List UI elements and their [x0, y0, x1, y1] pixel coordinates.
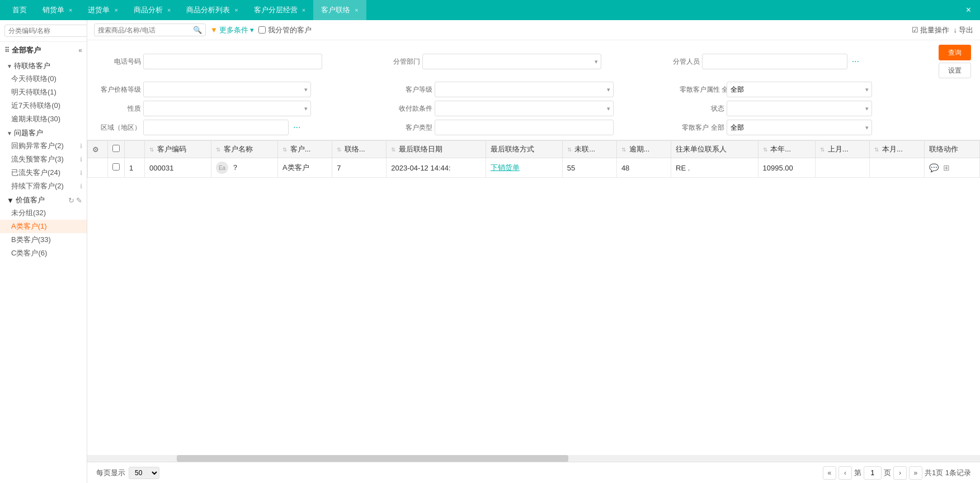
- nav-tab-customer-contact-close[interactable]: ×: [355, 7, 358, 13]
- sidebar-item-declining[interactable]: 持续下滑客户(2) ℹ: [0, 179, 87, 193]
- col-type[interactable]: ⇅ 客户...: [278, 141, 332, 158]
- col-checkbox[interactable]: [108, 141, 125, 158]
- filter-payment: 收付款条件: [388, 101, 679, 116]
- chat-icon[interactable]: 💬: [929, 163, 939, 172]
- manager-more-btn[interactable]: ···: [850, 56, 861, 67]
- col-settings[interactable]: ⚙: [88, 141, 108, 158]
- prev-page-button[interactable]: ‹: [838, 466, 852, 480]
- nav-tab-analysis-list[interactable]: 商品分析列表 ×: [178, 0, 246, 20]
- nav-tab-purchase-close[interactable]: ×: [114, 7, 117, 13]
- batch-op-button[interactable]: ☑ 批量操作: [912, 25, 949, 35]
- nav-tab-sales[interactable]: 销货单 ×: [35, 0, 80, 20]
- refresh-icon[interactable]: ↻: [68, 196, 74, 205]
- last-method-link[interactable]: 下销货单: [491, 163, 520, 172]
- sort-contact-icon: ⇅: [337, 146, 341, 153]
- region-input[interactable]: [143, 120, 289, 135]
- nav-tab-purchase-label: 进货单: [88, 5, 110, 15]
- settings-icon[interactable]: ⚙: [92, 145, 99, 154]
- sidebar-item-class-a[interactable]: A类客户(1): [0, 220, 87, 233]
- sidebar-item-class-b[interactable]: B类客户(33): [0, 233, 87, 247]
- nav-tab-customer-tier[interactable]: 客户分层经营 ×: [246, 0, 313, 20]
- sidebar-item-tomorrow[interactable]: 明天待联络(1): [0, 86, 87, 99]
- nav-home[interactable]: 首页: [4, 0, 35, 20]
- search-input[interactable]: [98, 26, 191, 34]
- col-overdue[interactable]: ⇅ 逾期...: [616, 141, 671, 158]
- sidebar-section-pending[interactable]: ▼ 待联络客户: [0, 59, 87, 72]
- page-size-select[interactable]: 50 100 200: [129, 467, 159, 479]
- nav-tab-purchase[interactable]: 进货单 ×: [80, 0, 125, 20]
- nav-tab-sales-close[interactable]: ×: [69, 7, 72, 13]
- first-page-button[interactable]: «: [823, 466, 836, 480]
- sidebar-item-today[interactable]: 今天待联络(0): [0, 72, 87, 86]
- nav-tab-analysis-close[interactable]: ×: [167, 7, 171, 13]
- payment-select[interactable]: [435, 101, 614, 116]
- select-all-checkbox[interactable]: [112, 145, 120, 152]
- ungrouped-label: 未分组(32): [11, 208, 46, 218]
- sidebar-item-churned[interactable]: 已流失客户(24) ℹ: [0, 166, 87, 179]
- setting-button[interactable]: 设置: [939, 63, 971, 78]
- sidebar-item-churn-warning[interactable]: 流失预警客户(3) ℹ: [0, 153, 87, 166]
- sidebar-search-input[interactable]: [4, 25, 87, 37]
- row-last-method-cell[interactable]: 下销货单: [486, 158, 562, 178]
- col-last-month[interactable]: ⇅ 上月...: [816, 141, 870, 158]
- page-number-input[interactable]: [864, 466, 882, 480]
- col-no-contact-label: 未联...: [574, 145, 595, 153]
- my-customer-checkbox[interactable]: [258, 26, 266, 34]
- nav-tab-customer-contact[interactable]: 客户联络 ×: [313, 0, 366, 20]
- customer-type-input[interactable]: [435, 120, 614, 135]
- col-this-year[interactable]: ⇅ 本年...: [758, 141, 816, 158]
- next-page-button[interactable]: ›: [893, 466, 907, 480]
- nav-tab-customer-tier-close[interactable]: ×: [302, 7, 305, 13]
- col-this-month[interactable]: ⇅ 本月...: [870, 141, 924, 158]
- col-contact[interactable]: ⇅ 联络...: [332, 141, 387, 158]
- query-button[interactable]: 查询: [939, 45, 971, 60]
- horizontal-scrollbar[interactable]: [87, 455, 980, 462]
- scrollbar-thumb[interactable]: [177, 455, 568, 462]
- page-size-label: 每页显示: [96, 468, 125, 478]
- my-customer-checkbox-area[interactable]: 我分管的客户: [258, 25, 312, 35]
- sidebar-collapse-button[interactable]: «: [78, 46, 82, 54]
- status-select[interactable]: [727, 101, 872, 116]
- phone-input[interactable]: [143, 54, 322, 69]
- sidebar-item-week[interactable]: 近7天待联络(0): [0, 99, 87, 112]
- col-name[interactable]: ⇅ 客户名称: [211, 141, 278, 158]
- col-code[interactable]: ⇅ 客户编码: [145, 141, 211, 158]
- edit-icon[interactable]: ✎: [76, 196, 82, 205]
- col-last-date[interactable]: ⇅ 最后联络日期: [387, 141, 486, 158]
- repurchase-label: 回购异常客户(2): [11, 141, 64, 151]
- search-icon[interactable]: 🔍: [193, 26, 202, 34]
- customer-grade-select[interactable]: [435, 82, 614, 97]
- nature-select[interactable]: [143, 101, 311, 116]
- row-overdue-cell: 48: [616, 158, 671, 178]
- sidebar-item-repurchase-abnormal[interactable]: 回购异常客户(2) ℹ: [0, 139, 87, 153]
- nav-tab-analysis[interactable]: 商品分析 ×: [126, 0, 178, 20]
- row-checkbox[interactable]: [112, 163, 120, 171]
- col-last-method[interactable]: 最后联络方式: [486, 141, 562, 158]
- row-name-cell[interactable]: Ea ？: [211, 158, 278, 178]
- more-filter-button[interactable]: ▼ 更多条件 ▾: [210, 25, 254, 35]
- qrcode-icon[interactable]: ⊞: [943, 163, 950, 172]
- sidebar-all-customers[interactable]: ⠿ 全部客户 «: [0, 42, 87, 59]
- price-grade-select[interactable]: [143, 82, 311, 97]
- retail-customer-select[interactable]: 全部: [727, 120, 872, 135]
- window-close-button[interactable]: ×: [962, 5, 976, 15]
- sidebar-item-class-c[interactable]: C类客户(6): [0, 247, 87, 260]
- sidebar-item-overdue[interactable]: 逾期未联络(30): [0, 112, 87, 126]
- nav-tab-analysis-label: 商品分析: [134, 5, 163, 15]
- region-more-btn[interactable]: ···: [291, 122, 303, 132]
- manager-input[interactable]: [702, 54, 847, 69]
- last-page-button[interactable]: »: [909, 466, 922, 480]
- retail-attr-label: 零散客户属性 全部: [680, 85, 724, 94]
- sidebar-section-value[interactable]: ▼ 价值客户 ↻ ✎: [0, 193, 87, 206]
- sidebar-item-ungrouped[interactable]: 未分组(32): [0, 206, 87, 220]
- sort-date-icon: ⇅: [391, 146, 395, 153]
- export-button[interactable]: ↓ 导出: [954, 25, 974, 35]
- nav-tab-analysis-list-close[interactable]: ×: [234, 7, 238, 13]
- col-company-contact[interactable]: 往来单位联系人: [671, 141, 758, 158]
- sidebar-section-problem[interactable]: ▼ 问题客户: [0, 126, 87, 139]
- footer-right: « ‹ 第 页 › » 共1页 1条记录: [823, 466, 971, 480]
- col-no-contact[interactable]: ⇅ 未联...: [562, 141, 616, 158]
- retail-attr-select[interactable]: 全部: [727, 82, 872, 97]
- row-checkbox-cell[interactable]: [108, 158, 125, 178]
- dept-select[interactable]: [422, 54, 601, 69]
